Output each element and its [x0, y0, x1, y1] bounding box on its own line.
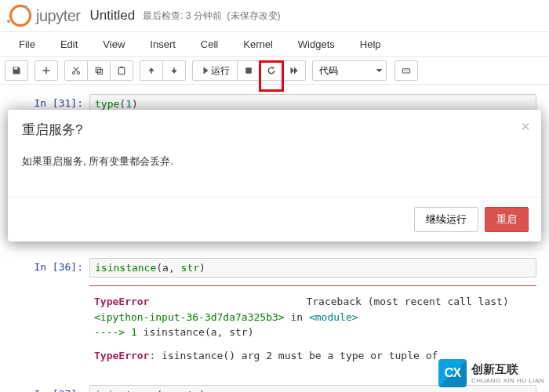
modal-overlay: × 重启服务? 如果重启服务, 所有变量都会丢弃. 继续运行 重启: [0, 0, 549, 392]
modal-body: 如果重启服务, 所有变量都会丢弃.: [8, 147, 541, 197]
watermark: CX 创新互联 CHUANG XIN HU LIAN: [438, 359, 544, 387]
watermark-line1: 创新互联: [471, 362, 544, 377]
close-icon[interactable]: ×: [521, 118, 530, 136]
continue-button[interactable]: 继续运行: [414, 207, 478, 232]
restart-kernel-modal: × 重启服务? 如果重启服务, 所有变量都会丢弃. 继续运行 重启: [8, 110, 541, 241]
watermark-icon: CX: [438, 359, 467, 387]
modal-title: 重启服务?: [22, 121, 527, 139]
watermark-line2: CHUANG XIN HU LIAN: [471, 377, 544, 384]
restart-button[interactable]: 重启: [485, 207, 529, 232]
